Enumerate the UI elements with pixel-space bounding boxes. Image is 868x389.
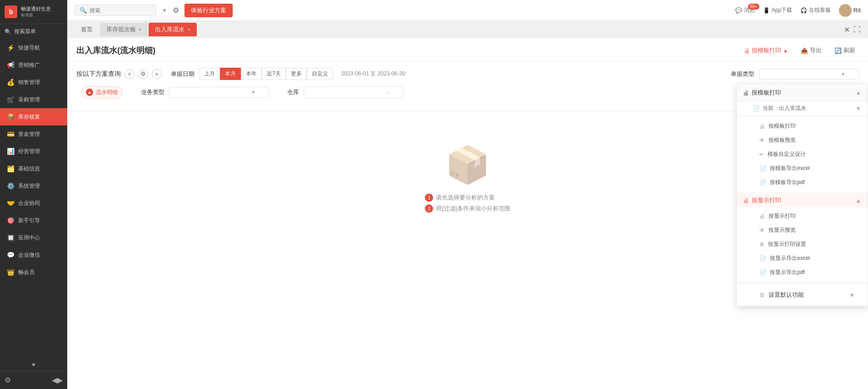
export-icon: 📤 bbox=[801, 47, 808, 54]
tab-flow-label: 出入库流水 bbox=[155, 25, 185, 34]
dropdown-display-settings-item[interactable]: ⚙ 按显示打印设置 bbox=[737, 237, 868, 251]
display-section-icon: 🖨 bbox=[743, 197, 749, 204]
dropdown-current-icon: 📄 bbox=[753, 105, 760, 112]
app-logo-icon: b bbox=[5, 5, 17, 18]
date-this-year-button[interactable]: 本年 bbox=[241, 68, 262, 80]
display-preview-label: 按显示预览 bbox=[768, 226, 796, 234]
dropdown-display-print-item[interactable]: 🖨 按显示打印 bbox=[737, 209, 868, 223]
dropdown-current-content: 📄 当前：出入库流水 bbox=[753, 105, 806, 112]
dropdown-display-excel-item[interactable]: 📄 按显示导出excel bbox=[737, 251, 868, 265]
print-template-button[interactable]: 🖨 按模板打印 ▲ bbox=[740, 45, 792, 56]
topbar-search-box[interactable]: 🔍 bbox=[75, 5, 156, 16]
doc-type-select[interactable]: ▼ bbox=[759, 69, 859, 80]
template-pdf-icon: 📄 bbox=[759, 180, 766, 186]
collapse-sidebar-icon[interactable]: ◀▶ bbox=[52, 376, 63, 384]
online-service-button[interactable]: 🎧 在线客服 bbox=[800, 6, 831, 14]
sidebar-item-label: 企业协同 bbox=[18, 199, 40, 207]
empty-step-1: 1 请先选择要分析的方案 bbox=[425, 194, 510, 202]
online-service-label: 在线客服 bbox=[809, 6, 831, 14]
tab-batch-account-close[interactable]: × bbox=[139, 27, 141, 32]
sidebar-item-finance[interactable]: 💳 资金管理 bbox=[0, 125, 67, 143]
sidebar-item-quick-nav[interactable]: ⚡ 快捷导航 bbox=[0, 39, 67, 56]
sidebar-nav: ⚡ 快捷导航 📢 营销推广 💰 销售管理 🛒 采购管理 📦 库存核算 💳 资金管… bbox=[0, 39, 67, 359]
default-function-chevron: ▼ bbox=[849, 292, 855, 299]
basic-icon: 🗂️ bbox=[6, 165, 15, 173]
industry-solution-button[interactable]: 体验行业方案 bbox=[185, 4, 233, 17]
sidebar-item-member[interactable]: 👑 畅会员 bbox=[0, 264, 67, 281]
dropdown-template-excel-item[interactable]: 📄 按模板导出excel bbox=[737, 161, 868, 175]
sidebar-item-marketing[interactable]: 📢 营销推广 bbox=[0, 56, 67, 74]
date-last-7-days-button[interactable]: 近7天 bbox=[262, 68, 286, 80]
template-print-label: 按模板打印 bbox=[768, 122, 796, 130]
wechat-icon: 💬 bbox=[6, 251, 15, 259]
settings-icon[interactable]: ⚙ bbox=[5, 376, 11, 384]
tab-flow[interactable]: 出入库流水 × bbox=[149, 23, 196, 36]
dropdown-display-preview-item[interactable]: 👁 按显示预览 bbox=[737, 223, 868, 237]
template-excel-icon: 📄 bbox=[759, 165, 766, 172]
dropdown-display-section-header[interactable]: 🖨 按显示打印 ▲ bbox=[737, 194, 868, 207]
filter-label-text: 按以下方案查询 bbox=[76, 70, 121, 78]
sidebar-item-sales[interactable]: 💰 销售管理 bbox=[0, 74, 67, 91]
export-button[interactable]: 📤 导出 bbox=[797, 45, 825, 56]
filter-collapse-button[interactable]: « bbox=[152, 69, 162, 79]
warehouse-dots-icon[interactable]: ··· bbox=[386, 89, 390, 95]
user-avatar-button[interactable]: Rit bbox=[839, 4, 861, 17]
app-name: 畅捷通好生意 bbox=[21, 5, 51, 12]
date-buttons-group: 上月 本月 本年 近7天 更多 自定义 bbox=[199, 68, 333, 80]
template-print-icon: 🖨 bbox=[759, 123, 765, 130]
sidebar-bottom: ⚙ ◀▶ bbox=[0, 371, 67, 389]
filter-settings-button[interactable]: ⚙ bbox=[138, 69, 148, 79]
page-actions: 🖨 按模板打印 ▲ 📤 导出 🔄 刷新 bbox=[740, 45, 859, 56]
filter-add-buttons: + ⚙ « bbox=[125, 69, 162, 79]
content-area: 出入库流水(流水明细) 🖨 按模板打印 ▲ 📤 导出 🔄 刷新 bbox=[67, 38, 868, 389]
sidebar-item-basic[interactable]: 🗂️ 基础信息 bbox=[0, 160, 67, 177]
sidebar-item-label: 基础信息 bbox=[18, 165, 40, 173]
topbar: 🔍 ▼ ⚙ 体验行业方案 💬 消息 99+ 📱 App下载 🎧 在线客服 Rit bbox=[67, 0, 868, 21]
topbar-gear-icon[interactable]: ⚙ bbox=[173, 6, 179, 15]
dropdown-template-design-item[interactable]: ✏ 模板自定义设计 bbox=[737, 147, 868, 161]
dropdown-display-pdf-item[interactable]: 📄 按显示导出pdf bbox=[737, 265, 868, 279]
sidebar-logo-text: 畅捷通好生意 标准版 bbox=[21, 5, 51, 18]
refresh-button[interactable]: 🔄 刷新 bbox=[831, 45, 859, 56]
dropdown-template-preview-item[interactable]: 👁 按模板预览 bbox=[737, 133, 868, 147]
step-2-number: 2 bbox=[425, 204, 433, 213]
sidebar-logo: b 畅捷通好生意 标准版 bbox=[0, 0, 67, 24]
dropdown-printer-icon: 🖨 bbox=[743, 90, 749, 96]
sidebar-search[interactable]: 🔍 搜索菜单 bbox=[0, 24, 67, 39]
sidebar-item-purchase[interactable]: 🛒 采购管理 bbox=[0, 91, 67, 108]
date-last-month-button[interactable]: 上月 bbox=[199, 68, 220, 80]
dropdown-close-chevron[interactable]: ▲ bbox=[856, 90, 861, 96]
warehouse-select[interactable]: ··· bbox=[304, 86, 404, 98]
filter-add-button[interactable]: + bbox=[125, 69, 135, 79]
dropdown-default-function-item[interactable]: ⚙ 设置默认功能 ▼ bbox=[743, 288, 861, 302]
sidebar-item-operation[interactable]: 📊 经营管理 bbox=[0, 143, 67, 160]
topbar-right: 💬 消息 99+ 📱 App下载 🎧 在线客服 Rit bbox=[735, 4, 861, 17]
sidebar-item-cooperation[interactable]: 🤝 企业协同 bbox=[0, 194, 67, 212]
display-settings-icon: ⚙ bbox=[759, 241, 764, 248]
dropdown-template-print-item[interactable]: 🖨 按模板打印 bbox=[737, 119, 868, 133]
sidebar-item-guide[interactable]: 🎯 新手引导 bbox=[0, 212, 67, 229]
tab-home[interactable]: 首页 bbox=[75, 23, 99, 36]
display-excel-icon: 📄 bbox=[759, 255, 766, 262]
sidebar-item-inventory[interactable]: 📦 库存核算 bbox=[0, 108, 67, 125]
sidebar-scroll-down[interactable]: ▼ bbox=[0, 359, 67, 371]
sidebar-item-label: 经营管理 bbox=[18, 148, 40, 155]
sidebar-item-app-center[interactable]: 🔲 应用中心 bbox=[0, 229, 67, 246]
tab-flow-close[interactable]: × bbox=[187, 27, 190, 32]
dropdown-template-pdf-item[interactable]: 📄 按模板导出pdf bbox=[737, 175, 868, 190]
topbar-search-input[interactable] bbox=[90, 7, 135, 14]
message-button[interactable]: 💬 消息 99+ bbox=[735, 6, 755, 14]
window-close-button[interactable]: ✕ bbox=[844, 25, 850, 34]
default-function-icon: ⚙ bbox=[759, 292, 765, 299]
date-custom-button[interactable]: 自定义 bbox=[307, 68, 333, 80]
date-this-month-button[interactable]: 本月 bbox=[220, 68, 241, 80]
business-type-select[interactable]: ▼ bbox=[169, 87, 269, 98]
window-expand-button[interactable]: ⛶ bbox=[853, 25, 861, 34]
tab-batch-account[interactable]: 库存批次账 × bbox=[100, 23, 148, 36]
sidebar-item-wechat[interactable]: 💬 企业微信 bbox=[0, 246, 67, 264]
date-more-button[interactable]: 更多 bbox=[286, 68, 307, 80]
app-download-button[interactable]: 📱 App下载 bbox=[763, 6, 792, 14]
sidebar-item-system[interactable]: ⚙️ 系统管理 bbox=[0, 177, 67, 194]
dropdown-display-section: 🖨 按显示打印 👁 按显示预览 ⚙ 按显示打印设置 📄 按显示导出excel bbox=[737, 207, 868, 281]
filter-tag-flow[interactable]: ● 流水明细 bbox=[81, 86, 123, 99]
